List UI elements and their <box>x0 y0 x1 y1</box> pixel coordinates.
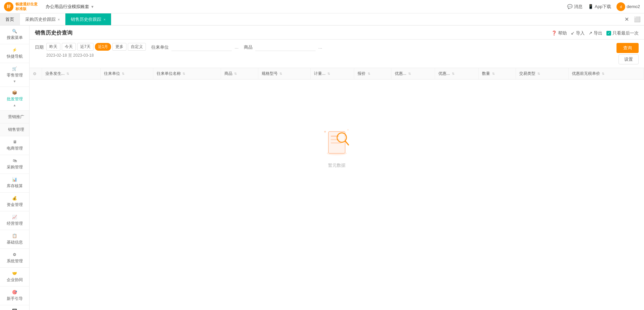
th-settings: ⚙ <box>30 68 42 80</box>
sort-icon: ⇅ <box>602 72 604 75</box>
sidebar-item-guide[interactable]: 🎯 新手引导 <box>0 287 29 305</box>
query-button[interactable]: 查询 <box>616 43 639 53</box>
sort-icon: ⇅ <box>452 72 454 75</box>
app-download-button[interactable]: 📱 App下载 <box>588 4 611 10</box>
nav-icon: ⚡ <box>12 48 17 52</box>
page-header: 销售历史价查询 ❓ 帮助 ↙ 导入 ↗ 导出 ✓ 只看最后一次 <box>30 25 644 40</box>
sidebar-item-inventory[interactable]: 📊 库存核算 <box>0 174 29 193</box>
message-button[interactable]: 💬 消息 <box>567 4 583 10</box>
sidebar-item-enterprise[interactable]: 🤝 企业协同 <box>0 268 29 287</box>
export-button[interactable]: ↗ 导出 <box>589 30 602 36</box>
sidebar-item-retail[interactable]: 🛒 零售管理 ▼ <box>0 63 29 87</box>
th-discount1[interactable]: 优惠... ⇅ <box>391 68 435 80</box>
sort-icon: ⇅ <box>537 72 540 75</box>
sort-icon: ⇅ <box>492 72 495 75</box>
sidebar-item-wholesale[interactable]: 📦 批发管理 ▲ <box>0 87 29 111</box>
sidebar-item-apps[interactable]: 🔲 应用中心 <box>0 305 29 310</box>
date-btn-1month[interactable]: 近1月 <box>95 43 111 51</box>
filter-bar: 日期 昨天 今天 近7天 近1月 更多 自定义 2023-02-18 至 202… <box>30 40 644 68</box>
tab-sales-label: 销售历史价跟踪 <box>71 16 101 22</box>
th-pre-tax-price[interactable]: 优惠前无税单价 ⇅ <box>568 68 644 80</box>
sidebar-item-system[interactable]: ⚙ 系统管理 <box>0 249 29 268</box>
th-partner-code[interactable]: 往来单位 ⇅ <box>101 68 153 80</box>
th-biz-date[interactable]: 业务发生... ⇅ <box>42 68 101 80</box>
table-container: ⚙ 业务发生... ⇅ 往来单位 ⇅ 往来单位名称 ⇅ <box>30 68 644 310</box>
th-quoted-price[interactable]: 报价 ⇅ <box>354 68 391 80</box>
th-trade-type[interactable]: 交易类型 ⇅ <box>516 68 569 80</box>
tab-home[interactable]: 首页 <box>0 13 20 25</box>
tab-bar: 首页 采购历史价跟踪 × 销售历史价跟踪 × ✕ ⬜ <box>0 13 644 25</box>
th-spec[interactable]: 规格型号 ⇅ <box>258 68 311 80</box>
ecommerce-icon: 🖥 <box>13 140 17 144</box>
tab-sales-history[interactable]: 销售历史价跟踪 × <box>65 13 111 25</box>
table-settings-icon[interactable]: ⚙ <box>33 71 37 76</box>
partner-filter-group: 往来单位 ... <box>151 43 238 51</box>
only-last-checkbox[interactable]: ✓ 只看最后一次 <box>606 30 639 36</box>
empty-state: ✦ ✦ 暂元数据 <box>30 80 644 214</box>
sort-icon: ⇅ <box>408 72 411 75</box>
date-btn-custom[interactable]: 自定义 <box>128 43 146 51</box>
sidebar-search-label: 搜索菜单 <box>7 35 23 41</box>
date-btn-more[interactable]: 更多 <box>112 43 126 51</box>
th-discount2[interactable]: 优惠... ⇅ <box>435 68 479 80</box>
sidebar-item-sales[interactable]: 销售管理 <box>0 123 29 136</box>
sidebar-quicknav-label: 快捷导航 <box>7 54 23 59</box>
sort-icon: ⇅ <box>122 72 124 75</box>
main-layout: 🔍 搜索菜单 ⚡ 快捷导航 🛒 零售管理 ▼ 📦 批发管理 ▲ 营销推广 销售管… <box>0 25 644 310</box>
date-btn-yesterday[interactable]: 昨天 <box>46 43 60 51</box>
sidebar-item-basic-info[interactable]: 📋 基础信息 <box>0 230 29 249</box>
th-partner-name[interactable]: 往来单位名称 ⇅ <box>153 68 221 80</box>
close-sales-tab-icon[interactable]: × <box>103 17 105 21</box>
close-purchase-tab-icon[interactable]: × <box>58 17 60 21</box>
product-label: 商品 <box>244 43 253 50</box>
sidebar-item-finance[interactable]: 💰 资金管理 <box>0 193 29 211</box>
data-table: ⚙ 业务发生... ⇅ 往来单位 ⇅ 往来单位名称 ⇅ <box>30 68 644 80</box>
sidebar-item-marketing[interactable]: 营销推广 <box>0 111 29 123</box>
settings-button[interactable]: 设置 <box>619 54 639 64</box>
logo-text: 畅捷通好生意 标准版 <box>15 2 38 11</box>
close-window-button[interactable]: ✕ <box>623 15 631 23</box>
operations-icon: 📈 <box>12 215 17 219</box>
download-icon: 📱 <box>588 4 593 9</box>
product-dots[interactable]: ... <box>318 44 322 50</box>
purchase-icon: 🛍 <box>13 158 17 163</box>
product-input[interactable] <box>255 43 316 51</box>
help-button[interactable]: ❓ 帮助 <box>551 30 567 36</box>
tab-bar-actions: ✕ ⬜ <box>623 13 644 25</box>
date-btn-7days[interactable]: 近7天 <box>77 43 94 51</box>
app-selector[interactable]: 办公用品行业模拟账套 ▼ <box>46 4 94 10</box>
enterprise-icon: 🤝 <box>12 271 17 276</box>
sidebar-item-purchase[interactable]: 🛍 采购管理 <box>0 155 29 174</box>
sidebar-item-quick-nav[interactable]: ⚡ 快捷导航 <box>0 44 29 63</box>
svg-line-7 <box>345 141 348 145</box>
user-menu[interactable]: d demo2 <box>616 2 640 11</box>
maximize-button[interactable]: ⬜ <box>633 15 641 23</box>
content-area: 销售历史价查询 ❓ 帮助 ↙ 导入 ↗ 导出 ✓ 只看最后一次 <box>30 25 644 310</box>
partner-dots[interactable]: ... <box>234 44 238 50</box>
tab-home-label: 首页 <box>5 16 14 22</box>
system-icon: ⚙ <box>13 252 16 257</box>
sidebar-item-operations[interactable]: 📈 经营管理 <box>0 211 29 230</box>
tab-purchase-history[interactable]: 采购历史价跟踪 × <box>20 13 65 25</box>
export-icon: ↗ <box>589 31 592 36</box>
sidebar-item-ecommerce[interactable]: 🖥 电商管理 <box>0 136 29 155</box>
svg-point-6 <box>338 134 345 141</box>
chevron-down-icon: ▼ <box>13 80 16 83</box>
svg-rect-3 <box>331 139 340 140</box>
partner-label: 往来单位 <box>151 43 169 50</box>
th-product[interactable]: 商品 ⇅ <box>221 68 258 80</box>
avatar: d <box>616 2 625 11</box>
sort-icon: ⇅ <box>182 72 185 75</box>
search-icon: 🔍 <box>12 29 17 34</box>
finance-icon: 💰 <box>12 196 17 201</box>
partner-input[interactable] <box>171 43 232 51</box>
sort-icon: ⇅ <box>66 72 69 75</box>
import-icon: ↙ <box>571 31 575 36</box>
th-unit[interactable]: 计量... ⇅ <box>311 68 354 80</box>
th-quantity[interactable]: 数量 ⇅ <box>479 68 516 80</box>
import-button[interactable]: ↙ 导入 <box>571 30 585 36</box>
date-btn-today[interactable]: 今天 <box>62 43 76 51</box>
partner-input-group: ... <box>171 43 238 51</box>
sidebar-item-search[interactable]: 🔍 搜索菜单 <box>0 25 29 44</box>
sort-icon: ⇅ <box>368 72 370 75</box>
